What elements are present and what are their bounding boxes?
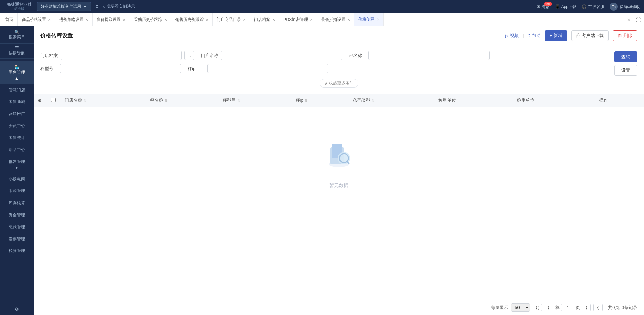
sidebar-item-help-center[interactable]: 帮助中心 (0, 144, 34, 156)
help-link[interactable]: ? 帮助 (528, 33, 540, 39)
version-label: 好业财标准版交付试用 (41, 4, 81, 9)
sidebar-gear-icon[interactable]: ⚙ (15, 307, 19, 312)
sidebar-item-accounting[interactable]: 总账管理 (0, 221, 34, 233)
user-area[interactable]: Ea 徐泽华修改 (610, 3, 640, 11)
th-weight-unit-label: 称重单位 (438, 98, 456, 103)
scale-model-input[interactable] (60, 64, 181, 73)
set-button[interactable]: 设置 (614, 65, 637, 76)
sidebar: 🔍 搜索菜单 ☰ 快捷导航 🏪 零售管理 ▲ 智慧门店 零售商城 (0, 26, 34, 315)
select-all-checkbox[interactable] (51, 98, 56, 102)
store-name-input[interactable] (221, 51, 342, 60)
empty-icon (322, 137, 356, 177)
delete-button[interactable]: 而 删除 (613, 30, 637, 41)
tab-store-catalog-close[interactable]: ✕ (243, 18, 246, 22)
store-name-label: 门店名称 (201, 53, 218, 59)
online-service-label: 在线客服 (588, 4, 604, 10)
sidebar-quick-nav[interactable]: ☰ 快捷导航 (0, 44, 34, 59)
tab-min-discount-close[interactable]: ✕ (347, 18, 350, 22)
sidebar-search[interactable]: 🔍 搜索菜单 (0, 26, 34, 44)
sidebar-item-purchase[interactable]: 采购管理 (0, 185, 34, 197)
sidebar-item-marketing[interactable]: 营销推广 (0, 108, 34, 120)
sort-icon-5: ⇅ (371, 99, 374, 102)
sidebar-item-invoice[interactable]: 发票管理 (0, 233, 34, 245)
tab-sale-extract[interactable]: 售价提取设置 ✕ (93, 13, 130, 26)
scale-ip-input[interactable] (207, 64, 328, 73)
add-button[interactable]: + 新增 (545, 30, 567, 41)
query-button[interactable]: 查询 (614, 51, 637, 62)
filter-scale-name: 秤名称 (349, 51, 490, 60)
delete-label: 而 删除 (618, 33, 632, 39)
last-page-button[interactable]: ⟩⟩ (593, 304, 603, 311)
logo-subtitle: 标准版 (14, 7, 24, 11)
tab-price-setting[interactable]: 商品价格设置 ✕ (18, 13, 55, 26)
add-label: + 新增 (550, 33, 562, 39)
tab-home[interactable]: 首页 (1, 13, 18, 26)
table-body: 暂无数据 (34, 107, 644, 219)
tab-min-discount[interactable]: 最低折扣设置 ✕ (317, 13, 354, 26)
th-settings[interactable]: ⚙ (34, 94, 47, 107)
collapse-icon: ∧ (325, 81, 328, 86)
scale-name-label: 秤名称 (349, 53, 366, 59)
download-button[interactable]: 凸 客户端下载 (571, 30, 609, 41)
message-button[interactable]: ✉ 消息 99+ (537, 4, 549, 10)
sidebar-item-retail-stats[interactable]: 零售统计 (0, 132, 34, 144)
scale-name-input[interactable] (368, 51, 490, 60)
tab-expand-button[interactable]: ⛶ (634, 16, 643, 24)
settings-button[interactable]: ⚙ (94, 3, 100, 10)
tab-price-setting-close[interactable]: ✕ (48, 18, 51, 22)
empty-text: 暂无数据 (329, 183, 348, 189)
sidebar-item-ecommerce[interactable]: 小畅电商 (0, 173, 34, 185)
sidebar-item-retail-manage[interactable]: 🏪 零售管理 ▲ (0, 61, 34, 84)
content-area: 价格传秤设置 ▷ 视频 | ? 帮助 + 新增 凸 客户端下载 (34, 26, 644, 315)
page-input[interactable] (561, 304, 574, 311)
store-file-input[interactable] (61, 51, 182, 60)
tab-price-scale[interactable]: 价格传秤 ✕ (354, 13, 384, 26)
filter-row-2: 秤型号 秤ip (40, 64, 608, 73)
store-file-select-btn[interactable]: ... (184, 51, 194, 60)
version-selector[interactable]: 好业财标准版交付试用 ▼ (37, 2, 91, 11)
tab-price-scale-close[interactable]: ✕ (377, 18, 379, 21)
app-download-button[interactable]: 📱 App下载 (555, 4, 576, 10)
tab-purchase-history-close[interactable]: ✕ (164, 18, 167, 22)
sidebar-retail-manage-label: 零售管理 (9, 70, 25, 75)
tab-purchase-history[interactable]: 采购历史价跟踪 ✕ (130, 13, 171, 26)
page-info: 算 页 (555, 304, 580, 311)
tab-store-file[interactable]: 门店档案 ✕ (250, 13, 279, 26)
pagination-bar: 每页显示 50 10 20 100 ⟨⟨ ⟨ 算 页 (34, 300, 644, 315)
sidebar-item-finance[interactable]: 资金管理 (0, 209, 34, 221)
tab-pos-manage[interactable]: POS加密管理 ✕ (279, 13, 317, 26)
tab-store-file-close[interactable]: ✕ (272, 18, 275, 22)
tab-close-all-button[interactable]: ✕ (624, 16, 633, 24)
page-actions: ▷ 视频 | ? 帮助 + 新增 凸 客户端下载 而 删除 (505, 30, 637, 41)
table-head: ⚙ 门店名称 ⇅ 秤名称 ⇅ (34, 94, 644, 107)
tab-sale-history-close[interactable]: ✕ (206, 18, 208, 22)
main-layout: 🔍 搜索菜单 ☰ 快捷导航 🏪 零售管理 ▲ 智慧门店 零售商城 (0, 26, 644, 315)
tab-purchase-strategy[interactable]: 进价策略设置 ✕ (55, 13, 93, 26)
sidebar-item-tax[interactable]: 税务管理 (0, 245, 34, 257)
online-service-button[interactable]: 🎧 在线客服 (582, 4, 604, 10)
sidebar-wholesale-label: 批发管理 (9, 159, 25, 165)
sidebar-item-wholesale[interactable]: 批发管理 ▼ (0, 156, 34, 173)
page-total: 共0页, 0条记录 (608, 305, 637, 311)
per-page-select[interactable]: 50 10 20 100 (511, 303, 530, 312)
tab-min-discount-label: 最低折扣设置 (321, 17, 345, 23)
sidebar-item-inventory[interactable]: 库存核算 (0, 197, 34, 209)
sidebar-item-smart-store[interactable]: 智慧门店 (0, 84, 34, 96)
video-link[interactable]: ▷ 视频 (505, 33, 519, 39)
prev-page-button[interactable]: ⟨ (545, 304, 552, 311)
next-page-button[interactable]: ⟩ (583, 304, 591, 311)
tab-sale-history[interactable]: 销售历史价跟踪 ✕ (171, 13, 213, 26)
tab-purchase-strategy-close[interactable]: ✕ (85, 18, 88, 22)
th-store-name-label: 门店名称 (65, 98, 82, 103)
first-page-button[interactable]: ⟨⟨ (533, 304, 542, 311)
demo-link[interactable]: ○ 我要看实例演示 (103, 4, 135, 9)
tab-sale-extract-close[interactable]: ✕ (123, 18, 126, 22)
tab-store-catalog[interactable]: 门店商品目录 ✕ (213, 13, 250, 26)
collapse-button[interactable]: ∧ 收起更多条件 (320, 79, 358, 88)
sidebar-marketing-label: 营销推广 (9, 111, 25, 117)
download-label: 凸 客户端下载 (576, 33, 604, 39)
tab-pos-manage-close[interactable]: ✕ (310, 18, 313, 22)
sidebar-item-retail-mall[interactable]: 零售商城 (0, 96, 34, 108)
sidebar-item-member-center[interactable]: 会员中心 (0, 120, 34, 132)
query-label: 查询 (621, 54, 630, 60)
